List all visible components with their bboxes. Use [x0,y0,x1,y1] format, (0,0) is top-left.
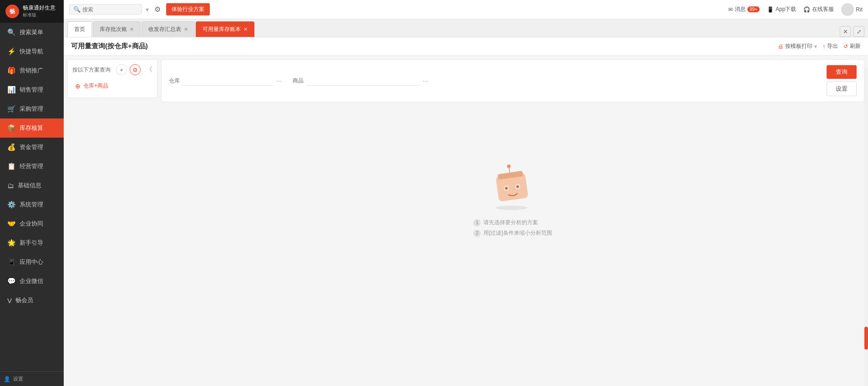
warehouse-more-button[interactable]: ··· [276,77,282,84]
scheme-item-warehouse-product[interactable]: ⊕ 仓库+商品 [72,81,152,91]
sidebar-item-vip[interactable]: V畅会员 [0,291,64,310]
page-title: 可用量查询(按仓库+商品) [71,42,148,51]
headset-icon: 🎧 [803,6,810,13]
empty-tip-2: 2 用[过滤]条件来缩小分析范围 [473,229,552,237]
settings-button[interactable]: 设置 [827,82,857,96]
empty-tips: 1 请先选择要分析的方案 2 用[过滤]条件来缩小分析范围 [473,219,552,237]
sales-icon: 📊 [7,86,16,94]
search-icon: 🔍 [7,28,16,36]
query-button[interactable]: 查询 [827,65,857,79]
sidebar-item-inventory[interactable]: 📦库存核算 [0,118,64,138]
scrollbar-thumb [864,327,868,350]
svg-point-8 [496,206,528,210]
empty-tip-1: 1 请先选择要分析的方案 [473,219,552,226]
topbar-search-box[interactable]: 🔍 [69,4,142,15]
topbar-right: ✉ 消息 99+ 📱 App下载 🎧 在线客服 Rit [728,3,863,16]
export-icon: ↑ [822,43,825,50]
search-input[interactable] [82,6,128,13]
industry-solution-button[interactable]: 体验行业方案 [166,3,210,15]
sidebar-item-cooperation[interactable]: 🤝企业协同 [0,214,64,233]
sidebar-item-label: 新手引导 [20,239,43,247]
operation-icon: 📋 [7,162,16,170]
main-area: 🔍 ▾ ⚙ 体验行业方案 ✉ 消息 99+ 📱 App下载 🎧 在线客服 Rit [64,0,868,386]
sidebar-item-label: 采购管理 [20,105,43,113]
tab-label: 可用量库存账本 [203,26,241,33]
message-button[interactable]: ✉ 消息 99+ [728,5,760,13]
close-tab-button[interactable]: ✕ [840,26,851,37]
inventory-icon: 📦 [7,124,16,132]
sidebar: 畅 畅康通好生意 标准版 🔍搜索菜单⚡快捷导航🎁营销推广📊销售管理🛒采购管理📦库… [0,0,64,386]
content-area: 可用量查询(按仓库+商品) 🖨 按模板打印 ▾ ↑ 导出 ↺ 刷新 [64,37,868,386]
sidebar-item-purchase[interactable]: 🛒采购管理 [0,99,64,118]
marketing-icon: 🎁 [7,67,16,75]
wechat-icon: 💬 [7,277,16,285]
tab-close-batch[interactable]: ✕ [130,26,134,32]
sidebar-item-apps[interactable]: 📱应用中心 [0,252,64,272]
sidebar-item-marketing[interactable]: 🎁营销推广 [0,61,64,80]
product-input[interactable] [306,76,420,86]
print-button[interactable]: 🖨 按模板打印 ▾ [778,42,817,50]
print-icon: 🖨 [778,43,783,50]
sidebar-header: 畅 畅康通好生意 标准版 [0,0,64,23]
sidebar-item-label: 资金管理 [20,143,43,151]
sidebar-item-guide[interactable]: 🌟新手引导 [0,233,64,252]
page-actions: 🖨 按模板打印 ▾ ↑ 导出 ↺ 刷新 [778,42,861,50]
sidebar-title: 畅康通好生意 [23,5,56,12]
expand-tab-button[interactable]: ⤢ [853,26,864,37]
filter-label: 按以下方案查询 [72,66,111,74]
sidebar-item-operation[interactable]: 📋经营管理 [0,157,64,176]
svg-point-7 [507,164,511,168]
settings-scheme-button[interactable]: ⚙ [130,64,141,75]
tab-close-summary[interactable]: ✕ [184,26,188,32]
tab-summary[interactable]: 收发存汇总表✕ [142,21,195,37]
guide-icon: 🌟 [7,239,16,247]
tab-close-available[interactable]: ✕ [244,26,248,32]
tab-available[interactable]: 可用量库存账本✕ [196,21,254,37]
apps-icon: 📱 [7,258,16,266]
sidebar-badge: 标准版 [23,12,56,18]
add-scheme-button[interactable]: + [116,64,127,75]
app-download-button[interactable]: 📱 App下载 [767,5,796,13]
sidebar-item-label: 基础信息 [18,181,41,190]
user-avatar[interactable]: Rit [841,3,863,16]
sidebar-item-wechat[interactable]: 💬企业微信 [0,272,64,291]
chevron-down-icon: ▾ [814,43,817,50]
tabs-bar: 首页库存批次账✕收发存汇总表✕可用量库存账本✕ ✕ ⤢ [64,19,868,37]
search-icon: 🔍 [73,6,81,13]
scheme-list: ⊕ 仓库+商品 [72,79,152,93]
system-icon: ⚙️ [7,201,16,209]
sidebar-item-search[interactable]: 🔍搜索菜单 [0,23,64,42]
empty-illustration [486,159,540,213]
sidebar-item-finance[interactable]: 💰资金管理 [0,138,64,157]
purchase-icon: 🛒 [7,105,16,113]
empty-svg [486,159,540,213]
collapse-panel-icon[interactable]: 《 [146,66,152,74]
sidebar-item-label: 系统管理 [20,201,43,209]
tip-num-2: 2 [473,230,481,237]
online-service-button[interactable]: 🎧 在线客服 [803,5,834,13]
gear-icon[interactable]: ⚙ [152,3,162,15]
sidebar-item-label: 企业微信 [20,277,43,285]
sidebar-item-sales[interactable]: 📊销售管理 [0,80,64,99]
export-button[interactable]: ↑ 导出 [822,42,838,50]
filter-fields-panel: 仓库 ··· 商品 ··· 查询 设置 [161,59,864,102]
tab-label: 库存批次账 [100,26,127,33]
sidebar-item-basic[interactable]: 🗂基础信息 [0,176,64,195]
sidebar-scroll: 🔍搜索菜单⚡快捷导航🎁营销推广📊销售管理🛒采购管理📦库存核算💰资金管理📋经营管理… [0,23,64,371]
sidebar-item-shortcut[interactable]: ⚡快捷导航 [0,42,64,61]
finance-icon: 💰 [7,143,16,151]
sidebar-item-system[interactable]: ⚙️系统管理 [0,195,64,214]
tab-batch[interactable]: 库存批次账✕ [93,21,141,37]
tab-label: 首页 [74,26,85,33]
tab-home[interactable]: 首页 [67,21,92,37]
warehouse-input[interactable] [183,76,274,86]
topbar: 🔍 ▾ ⚙ 体验行业方案 ✉ 消息 99+ 📱 App下载 🎧 在线客服 Rit [64,0,868,19]
chevron-down-icon[interactable]: ▾ [146,6,149,13]
sidebar-bottom[interactable]: 👤 设置 [0,371,64,386]
sidebar-item-label: 快捷导航 [20,47,43,56]
refresh-icon: ↺ [843,43,848,50]
product-more-button[interactable]: ··· [423,77,428,84]
filter-scheme-panel: 按以下方案查询 + ⚙ 《 ⊕ 仓库+商品 [67,59,157,98]
refresh-button[interactable]: ↺ 刷新 [843,42,861,50]
right-scrollbar[interactable] [864,68,868,386]
